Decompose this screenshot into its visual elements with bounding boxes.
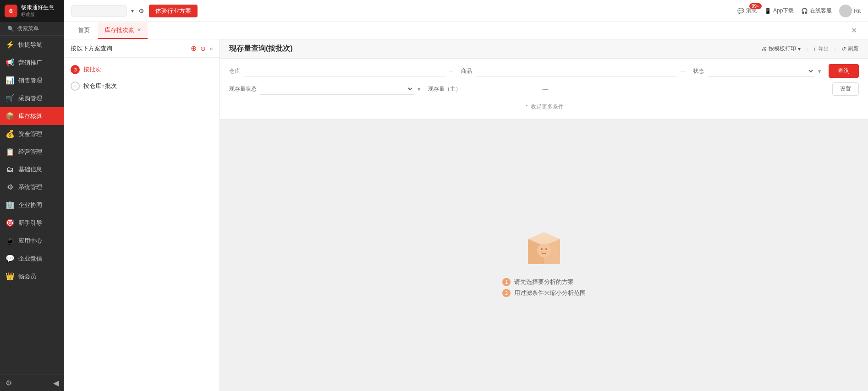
message-icon: 💬 — [737, 8, 744, 14]
stock-status-select[interactable] — [260, 83, 414, 95]
empty-tip-2: 2 用过滤条件来缩小分析范围 — [502, 289, 586, 297]
print-dropdown-icon[interactable]: ▾ — [798, 46, 801, 52]
export-button[interactable]: ↑ 导出 — [813, 45, 829, 53]
status-select[interactable] — [708, 65, 814, 77]
sidebar-item-xitong[interactable]: ⚙ 系统管理 — [0, 178, 64, 196]
tabs-bar: 首页 库存批次账 ✕ ✕ — [64, 22, 868, 39]
filter-row-1: 仓库 ··· 商品 ··· 状态 ▾ — [229, 64, 859, 78]
sidebar-item-jichu[interactable]: 🗂 基础信息 — [0, 161, 64, 178]
nav-icon-yingxiao: 📢 — [5, 58, 15, 67]
collapse-panel-icon[interactable]: « — [209, 45, 213, 52]
try-industry-button[interactable]: 体验行业方案 — [149, 5, 198, 17]
plan-item-cangku-pici[interactable]: ○ 按仓库+批次 — [64, 78, 220, 94]
sidebar-item-zijin[interactable]: 💰 资金管理 — [0, 125, 64, 143]
stock-amount-to-input[interactable] — [552, 84, 626, 94]
app-logo: 6 — [5, 5, 17, 17]
empty-illustration-svg — [516, 214, 571, 269]
sidebar-item-qiye[interactable]: 🏢 企业协同 — [0, 196, 64, 214]
nav-icon-jichu: 🗂 — [5, 165, 15, 174]
add-plan-icon[interactable]: ⊕ — [191, 44, 197, 53]
sidebar-item-xinshou[interactable]: 🎯 新手引导 — [0, 214, 64, 232]
nav-icon-caigou: 🛒 — [5, 94, 15, 103]
refresh-icon: ↺ — [841, 46, 846, 52]
sidebar: 6 畅康通好生意 标准版 🔍 搜索菜单 ⚡ 快捷导航 📢 营销推广 📊 销售管理… — [0, 0, 64, 391]
sidebar-item-qiyewx[interactable]: 💬 企业微信 — [0, 250, 64, 267]
avatar-img — [839, 5, 852, 17]
query-button[interactable]: 查询 — [829, 64, 859, 78]
nav-icon-zijin: 💰 — [5, 130, 15, 138]
nav-icon-huiyuan: 👑 — [5, 272, 15, 281]
filter-row-2: 现存量状态 ▾ 现存量（主） — 设置 — [229, 82, 859, 96]
settings-button[interactable]: 设置 — [832, 82, 859, 96]
user-avatar[interactable]: Rit — [839, 5, 861, 17]
refresh-button[interactable]: ↺ 刷新 — [841, 45, 859, 53]
sidebar-item-huiyuan[interactable]: 👑 畅会员 — [0, 267, 64, 285]
page-title-bar: 现存量查询(按批次) 🖨 按模板打印 ▾ | ↑ 导出 | ↺ — [220, 39, 868, 59]
left-panel: 按以下方案查询 ⊕ ⊙ « ⊙ 按批次 ○ 按仓库+批次 — [64, 39, 220, 391]
product-input[interactable] — [476, 66, 677, 76]
print-button[interactable]: 🖨 按模板打印 ▾ — [761, 45, 801, 53]
sidebar-item-xiaoshou[interactable]: 📊 销售管理 — [0, 71, 64, 89]
search-menu[interactable]: 🔍 搜索菜单 — [0, 22, 64, 36]
sidebar-bottom: ⚙ ◀ — [0, 375, 64, 391]
product-filter: 商品 ··· — [461, 66, 686, 76]
nav-icon-xinshou: 🎯 — [5, 218, 15, 227]
app-download-button[interactable]: 📱 App下载 — [764, 7, 794, 15]
sidebar-item-kucun[interactable]: 📦 库存核算 — [0, 107, 64, 125]
plan-item-pici[interactable]: ⊙ 按批次 — [64, 61, 220, 78]
plan-settings-icon[interactable]: ⊙ — [200, 45, 206, 52]
warehouse-more-icon[interactable]: ··· — [449, 68, 454, 74]
page-title: 现存量查询(按批次) — [229, 44, 293, 54]
sidebar-item-jingying[interactable]: 📋 经营管理 — [0, 143, 64, 161]
online-service-button[interactable]: 🎧 在线客服 — [801, 7, 832, 15]
tab-close-panel-icon[interactable]: ✕ — [847, 24, 861, 37]
nav-icon-jingying: 📋 — [5, 147, 15, 156]
title-actions: 🖨 按模板打印 ▾ | ↑ 导出 | ↺ 刷新 — [761, 45, 859, 53]
status-dropdown-icon: ▾ — [818, 68, 821, 75]
message-badge: 99+ — [749, 3, 762, 9]
topbar-gear-icon[interactable]: ⚙ — [138, 7, 144, 15]
empty-tips: 1 请先选择要分析的方案 2 用过滤条件来缩小分析范围 — [502, 278, 586, 297]
stock-amount-from-input[interactable] — [465, 84, 539, 94]
warehouse-input[interactable] — [244, 66, 445, 76]
plan-list: ⊙ 按批次 ○ 按仓库+批次 — [64, 58, 220, 98]
svg-point-5 — [541, 248, 543, 250]
sidebar-item-kuaijie[interactable]: ⚡ 快捷导航 — [0, 36, 64, 54]
filter-section: 仓库 ··· 商品 ··· 状态 ▾ — [220, 59, 868, 119]
svg-point-6 — [545, 248, 547, 250]
collapse-more-button[interactable]: ⌃ 收起更多条件 — [229, 100, 859, 114]
sidebar-item-caigou[interactable]: 🛒 采购管理 — [0, 89, 64, 107]
tab-home[interactable]: 首页 — [71, 22, 96, 39]
empty-illustration — [516, 214, 571, 269]
sidebar-collapse-icon[interactable]: ◀ — [53, 379, 59, 387]
nav-icon-yingyong: 📱 — [5, 236, 15, 245]
dropdown-arrow-icon[interactable]: ▾ — [131, 8, 134, 14]
sidebar-item-yingyong[interactable]: 📱 应用中心 — [0, 232, 64, 250]
message-button[interactable]: 💬 消息 99+ — [737, 7, 757, 15]
tab-kucun-pici[interactable]: 库存批次账 ✕ — [98, 22, 148, 39]
sidebar-settings-icon[interactable]: ⚙ — [5, 379, 12, 387]
empty-state: 1 请先选择要分析的方案 2 用过滤条件来缩小分析范围 — [220, 119, 868, 391]
product-more-icon[interactable]: ··· — [681, 68, 686, 74]
export-icon: ↑ — [813, 46, 816, 52]
topbar-right: 💬 消息 99+ 📱 App下载 🎧 在线客服 Rit — [737, 5, 861, 17]
sidebar-item-yingxiao[interactable]: 📢 营销推广 — [0, 54, 64, 71]
warehouse-filter: 仓库 ··· — [229, 66, 454, 76]
svg-point-4 — [537, 244, 551, 257]
stock-status-dropdown-icon: ▾ — [418, 86, 421, 92]
topbar-left: ▾ ⚙ 体验行业方案 — [71, 5, 732, 17]
nav-icon-xitong: ⚙ — [5, 183, 15, 191]
nav-icon-kuaijie: ⚡ — [5, 40, 15, 49]
sidebar-header: 6 畅康通好生意 标准版 — [0, 0, 64, 22]
tab-close-icon[interactable]: ✕ — [137, 27, 141, 33]
sidebar-nav: ⚡ 快捷导航 📢 营销推广 📊 销售管理 🛒 采购管理 📦 库存核算 💰 资金管… — [0, 36, 64, 375]
left-panel-header: 按以下方案查询 ⊕ ⊙ « — [64, 39, 220, 58]
search-icon: 🔍 — [7, 26, 14, 32]
plan-icon-pici: ⊙ — [71, 65, 80, 74]
topbar-search-input[interactable] — [71, 5, 126, 16]
chevron-up-icon: ⌃ — [524, 104, 529, 110]
stock-status-filter: 现存量状态 ▾ — [229, 83, 421, 95]
status-filter: 状态 ▾ — [693, 65, 821, 77]
nav-icon-qiyewx: 💬 — [5, 254, 15, 263]
nav-icon-kucun: 📦 — [5, 112, 15, 120]
